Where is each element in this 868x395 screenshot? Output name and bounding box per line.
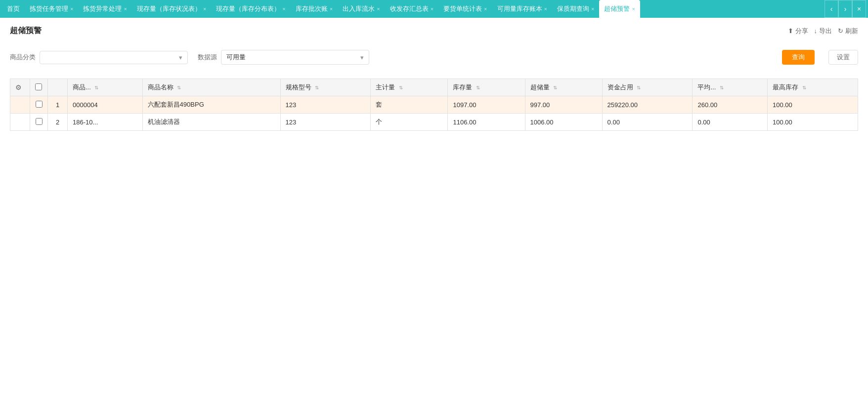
nav-item-5[interactable]: 库存批次账 × — [291, 0, 338, 18]
gear-icon[interactable]: ⚙ — [15, 83, 22, 91]
datasource-select-value: 可用量 — [226, 53, 246, 62]
datasource-label: 数据源 — [198, 53, 217, 62]
close-icon[interactable]: × — [591, 6, 594, 12]
table-row: 1 0000004 六配套新昌490BPG 123 套 1097.00 997.… — [10, 96, 858, 114]
row-over: 1006.00 — [525, 114, 602, 131]
col-header-unit: 主计量 ⇅ — [371, 79, 448, 96]
page-title: 超储预警 — [10, 26, 42, 36]
row-capital: 259220.00 — [602, 96, 693, 114]
sort-icon[interactable]: ⇅ — [399, 85, 403, 90]
nav-item-6[interactable]: 出入库流水 × — [338, 0, 385, 18]
row-check-cell — [30, 114, 48, 131]
nav-item-8[interactable]: 要货单统计表 × — [438, 0, 492, 18]
datasource-select[interactable]: 可用量 ▾ — [221, 50, 369, 65]
table-row: 2 186-10... 机油滤清器 123 个 1106.00 1006.00 … — [10, 114, 858, 131]
nav-item-2[interactable]: 拣货异常处理 × — [78, 0, 131, 18]
sort-icon[interactable]: ⇅ — [476, 85, 480, 90]
page-header: 超储预警 ⬆ 分享 ↓ 导出 ↻ 刷新 — [10, 26, 858, 36]
row-gear-cell — [10, 96, 30, 114]
query-button[interactable]: 查询 — [782, 50, 815, 65]
close-icon[interactable]: × — [632, 6, 635, 12]
nav-arrow-left[interactable]: ‹ — [825, 0, 838, 18]
select-all-checkbox[interactable] — [35, 83, 42, 90]
export-button[interactable]: ↓ 导出 — [814, 27, 832, 36]
col-header-gear: ⚙ — [10, 79, 30, 96]
nav-item-9[interactable]: 可用量库存账本 × — [492, 0, 552, 18]
sort-icon[interactable]: ⇅ — [553, 85, 557, 90]
col-header-stock: 库存量 ⇅ — [448, 79, 525, 96]
close-icon[interactable]: × — [544, 6, 547, 12]
col-header-code: 商品... ⇅ — [68, 79, 143, 96]
row-name: 机油滤清器 — [142, 114, 280, 131]
row-name: 六配套新昌490BPG — [142, 96, 280, 114]
sort-icon[interactable]: ⇅ — [94, 85, 98, 90]
col-header-num — [48, 79, 68, 96]
category-label: 商品分类 — [10, 53, 36, 62]
close-icon[interactable]: × — [484, 6, 487, 12]
close-icon[interactable]: × — [282, 6, 285, 12]
row-gear-cell — [10, 114, 30, 131]
row-checkbox[interactable] — [36, 118, 43, 125]
nav-item-7[interactable]: 收发存汇总表 × — [385, 0, 438, 18]
category-select[interactable]: ▾ — [40, 51, 188, 64]
nav-item-1[interactable]: 拣货任务管理 × — [25, 0, 78, 18]
nav-item-3[interactable]: 现存量（库存状况表） × — [132, 0, 211, 18]
data-table: ⚙ 商品... ⇅ 商品名称 ⇅ 规格型号 ⇅ — [10, 79, 858, 131]
close-icon[interactable]: × — [124, 6, 127, 12]
row-max: 100.00 — [768, 114, 858, 131]
row-stock: 1097.00 — [448, 96, 525, 114]
row-avg: 260.00 — [693, 96, 768, 114]
close-icon[interactable]: × — [330, 6, 333, 12]
nav-arrow-right[interactable]: › — [838, 0, 852, 18]
row-num: 2 — [48, 114, 68, 131]
nav-item-home[interactable]: 首页 — [2, 0, 25, 18]
col-header-capital: 资金占用 ⇅ — [602, 79, 693, 96]
sort-icon[interactable]: ⇅ — [315, 85, 319, 90]
row-over: 997.00 — [525, 96, 602, 114]
chevron-down-icon: ▾ — [360, 54, 364, 61]
settings-button[interactable]: 设置 — [828, 50, 858, 65]
col-header-spec: 规格型号 ⇅ — [280, 79, 371, 96]
row-spec: 123 — [280, 96, 371, 114]
datasource-filter: 数据源 可用量 ▾ — [198, 50, 369, 65]
page-content: 超储预警 ⬆ 分享 ↓ 导出 ↻ 刷新 商品分类 ▾ 数据源 — [0, 18, 868, 139]
export-icon: ↓ — [814, 27, 818, 35]
category-filter: 商品分类 ▾ — [10, 51, 188, 64]
col-header-avg: 平均... ⇅ — [693, 79, 768, 96]
sort-icon[interactable]: ⇅ — [637, 85, 641, 90]
row-max: 100.00 — [768, 96, 858, 114]
col-header-over: 超储量 ⇅ — [525, 79, 602, 96]
row-capital: 0.00 — [602, 114, 693, 131]
row-spec: 123 — [280, 114, 371, 131]
row-num: 1 — [48, 96, 68, 114]
refresh-button[interactable]: ↻ 刷新 — [838, 27, 858, 36]
filter-bar: 商品分类 ▾ 数据源 可用量 ▾ 查询 设置 — [10, 44, 858, 71]
close-icon[interactable]: × — [203, 6, 206, 12]
row-stock: 1106.00 — [448, 114, 525, 131]
row-avg: 0.00 — [693, 114, 768, 131]
col-header-max: 最高库存 ⇅ — [768, 79, 858, 96]
col-header-check — [30, 79, 48, 96]
nav-arrow-close[interactable]: × — [852, 0, 866, 18]
nav-item-active[interactable]: 超储预警 × — [599, 0, 640, 18]
header-actions: ⬆ 分享 ↓ 导出 ↻ 刷新 — [788, 27, 859, 36]
share-button[interactable]: ⬆ 分享 — [788, 27, 808, 36]
row-code: 186-10... — [68, 114, 143, 131]
row-check-cell — [30, 96, 48, 114]
row-code: 0000004 — [68, 96, 143, 114]
sort-icon[interactable]: ⇅ — [720, 85, 724, 90]
refresh-icon: ↻ — [838, 27, 843, 35]
sort-icon[interactable]: ⇅ — [802, 85, 806, 90]
nav-arrows: ‹ › × — [825, 0, 866, 18]
close-icon[interactable]: × — [377, 6, 380, 12]
close-icon[interactable]: × — [431, 6, 434, 12]
nav-bar: 首页 拣货任务管理 × 拣货异常处理 × 现存量（库存状况表） × 现存量（库存… — [0, 0, 868, 18]
close-icon[interactable]: × — [70, 6, 73, 12]
row-unit: 个 — [371, 114, 448, 131]
row-unit: 套 — [371, 96, 448, 114]
nav-item-10[interactable]: 保质期查询 × — [552, 0, 599, 18]
share-icon: ⬆ — [788, 27, 793, 35]
nav-item-4[interactable]: 现存量（库存分布表） × — [211, 0, 290, 18]
sort-icon[interactable]: ⇅ — [177, 85, 181, 90]
row-checkbox[interactable] — [36, 101, 43, 108]
